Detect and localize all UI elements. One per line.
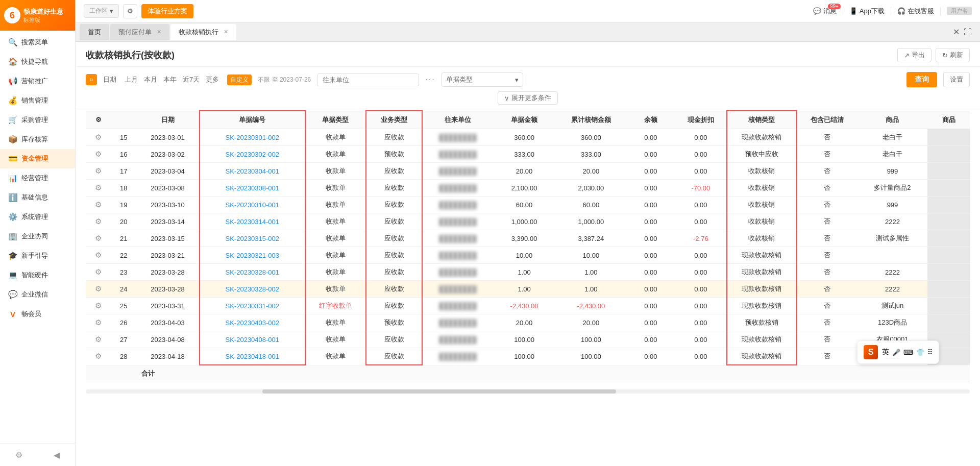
filter-expand-btn[interactable]: » bbox=[86, 74, 97, 85]
sidebar-item-purchase[interactable]: 🛒 采购管理 bbox=[0, 110, 75, 130]
sidebar-item-operations[interactable]: 📊 经营管理 bbox=[0, 168, 75, 188]
sidebar-item-marketing[interactable]: 📢 营销推广 bbox=[0, 71, 75, 91]
filter-row: » 日期 上月 本月 本年 近7天 更多 自定义 不限 至 2023-07-26… bbox=[86, 72, 970, 87]
total-label: 合计 bbox=[136, 365, 305, 382]
sidebar-item-enterprise[interactable]: 🏢 企业协同 bbox=[0, 227, 75, 246]
billno-link[interactable]: SK-20230328-002 bbox=[226, 285, 280, 293]
row-biztype: 预收款 bbox=[366, 314, 422, 331]
billno-link[interactable]: SK-20230315-002 bbox=[226, 235, 280, 242]
topbar-left: 工作区 ▾ ⚙ 体验行业方案 bbox=[84, 4, 807, 18]
tab-prepay[interactable]: 预付应付单 ✕ bbox=[110, 24, 169, 40]
tab-writeoff-close[interactable]: ✕ bbox=[224, 29, 228, 35]
row-biztype: 应收款 bbox=[366, 230, 422, 247]
row-no: 25 bbox=[111, 298, 137, 314]
messages-btn[interactable]: 💬 消息 99+ bbox=[813, 7, 837, 16]
billno-link[interactable]: SK-20230328-001 bbox=[226, 268, 280, 276]
filter-type-select[interactable]: 单据类型 ▾ bbox=[442, 72, 523, 87]
refresh-btn[interactable]: ↻ 刷新 bbox=[936, 48, 970, 62]
filter-unit-input[interactable] bbox=[317, 73, 419, 86]
support-btn[interactable]: 🎧 在线客服 bbox=[897, 7, 934, 16]
float-icon-grid[interactable]: ⠿ bbox=[927, 348, 933, 356]
row-settings[interactable]: ⚙ bbox=[86, 314, 111, 331]
filter-this-year[interactable]: 本年 bbox=[161, 74, 179, 85]
row-writeoff-total: -2,430.00 bbox=[556, 298, 626, 314]
sidebar-item-sales[interactable]: 💰 销售管理 bbox=[0, 91, 75, 110]
query-btn[interactable]: 查询 bbox=[906, 72, 937, 87]
row-settings[interactable]: ⚙ bbox=[86, 281, 111, 298]
sidebar-settings-btn[interactable]: ⚙ bbox=[13, 448, 24, 462]
filter-settings-btn[interactable]: 设置 bbox=[943, 72, 970, 87]
row-settings[interactable]: ⚙ bbox=[86, 180, 111, 197]
float-icon-keyboard[interactable]: ⌨ bbox=[903, 349, 913, 356]
row-billno: SK-20230321-003 bbox=[200, 247, 305, 264]
row-settings[interactable]: ⚙ bbox=[86, 348, 111, 365]
float-icon-shirt[interactable]: 👕 bbox=[916, 349, 924, 356]
sidebar-item-member[interactable]: V 畅会员 bbox=[0, 304, 75, 324]
sidebar-item-basic[interactable]: ℹ️ 基础信息 bbox=[0, 188, 75, 207]
row-settings[interactable]: ⚙ bbox=[86, 197, 111, 213]
workspace-selector[interactable]: 工作区 ▾ bbox=[84, 4, 119, 18]
sidebar-item-quicknav[interactable]: 🏠 快捷导航 bbox=[0, 52, 75, 71]
row-settings[interactable]: ⚙ bbox=[86, 331, 111, 348]
filter-custom-btn[interactable]: 自定义 bbox=[227, 75, 252, 85]
float-icon-mic[interactable]: 🎤 bbox=[892, 349, 900, 356]
col-settings-header[interactable]: ⚙ bbox=[86, 111, 111, 129]
sidebar-item-guide[interactable]: 🎓 新手引导 bbox=[0, 246, 75, 265]
billno-link[interactable]: SK-20230308-001 bbox=[226, 184, 280, 192]
tab-close-btn[interactable]: ✕ bbox=[953, 27, 960, 37]
row-amount: 3,390.00 bbox=[493, 230, 556, 247]
topbar-settings-btn[interactable]: ⚙ bbox=[123, 4, 137, 18]
row-settings[interactable]: ⚙ bbox=[86, 163, 111, 180]
tab-writeoff[interactable]: 收款核销执行 ✕ bbox=[170, 24, 236, 40]
billno-link[interactable]: SK-20230403-002 bbox=[226, 319, 280, 327]
tab-home[interactable]: 首页 bbox=[80, 24, 109, 40]
app-logo-icon: 6 bbox=[4, 7, 20, 23]
sidebar-item-finance[interactable]: 💳 资金管理 bbox=[0, 149, 75, 168]
billno-link[interactable]: SK-20230302-002 bbox=[226, 151, 280, 158]
tab-expand-btn[interactable]: ⛶ bbox=[964, 28, 972, 37]
sidebar-item-wechat[interactable]: 💬 企业微信 bbox=[0, 285, 75, 304]
row-settings[interactable]: ⚙ bbox=[86, 213, 111, 230]
billno-link[interactable]: SK-20230314-001 bbox=[226, 218, 280, 226]
user-menu[interactable]: 用户名 bbox=[947, 7, 972, 15]
billno-link[interactable]: SK-20230418-001 bbox=[226, 353, 280, 360]
app-download-btn[interactable]: 📱 App下载 bbox=[849, 7, 885, 16]
filter-more[interactable]: 更多 bbox=[204, 74, 221, 85]
row-settings[interactable]: ⚙ bbox=[86, 247, 111, 264]
solution-btn[interactable]: 体验行业方案 bbox=[141, 4, 193, 18]
filter-expand-more-btn[interactable]: ∨ 展开更多条件 bbox=[498, 91, 558, 105]
billno-link[interactable]: SK-20230408-001 bbox=[226, 336, 280, 344]
float-icon-text[interactable]: 英 bbox=[882, 348, 889, 357]
sidebar-item-system[interactable]: ⚙️ 系统管理 bbox=[0, 207, 75, 227]
table-scrollbar-thumb[interactable] bbox=[262, 389, 616, 394]
filter-last-month[interactable]: 上月 bbox=[122, 74, 140, 85]
row-writeoff-total: 100.00 bbox=[556, 348, 626, 365]
row-writeoff-total: 333.00 bbox=[556, 146, 626, 163]
row-billno: SK-20230328-001 bbox=[200, 264, 305, 281]
tab-prepay-close[interactable]: ✕ bbox=[157, 29, 161, 35]
billno-link[interactable]: SK-20230321-003 bbox=[226, 252, 280, 259]
marketing-icon: 📢 bbox=[8, 77, 17, 86]
row-settings[interactable]: ⚙ bbox=[86, 264, 111, 281]
billno-link[interactable]: SK-20230310-001 bbox=[226, 201, 280, 209]
row-settings[interactable]: ⚙ bbox=[86, 230, 111, 247]
billno-link[interactable]: SK-20230301-002 bbox=[226, 134, 280, 141]
row-date: 2023-04-08 bbox=[136, 331, 200, 348]
billno-link[interactable]: SK-20230304-001 bbox=[226, 167, 280, 175]
filter-7days[interactable]: 近7天 bbox=[181, 74, 202, 85]
sidebar-item-hardware[interactable]: 💻 智能硬件 bbox=[0, 265, 75, 285]
sidebar-item-inventory[interactable]: 📦 库存核算 bbox=[0, 130, 75, 149]
row-discount: 0.00 bbox=[675, 129, 727, 146]
row-settings[interactable]: ⚙ bbox=[86, 298, 111, 314]
filter-type-label: 单据类型 bbox=[446, 75, 473, 84]
sidebar-collapse-btn[interactable]: ◀ bbox=[52, 448, 62, 462]
billno-link[interactable]: SK-20230331-002 bbox=[226, 302, 280, 310]
export-btn[interactable]: ↗ 导出 bbox=[897, 48, 932, 62]
row-discount: 0.00 bbox=[675, 298, 727, 314]
table-scrollbar[interactable] bbox=[86, 389, 970, 394]
row-settings[interactable]: ⚙ bbox=[86, 146, 111, 163]
row-amount: 100.00 bbox=[493, 331, 556, 348]
sidebar-item-search[interactable]: 🔍 搜索菜单 bbox=[0, 33, 75, 52]
row-settings[interactable]: ⚙ bbox=[86, 129, 111, 146]
filter-this-month[interactable]: 本月 bbox=[142, 74, 159, 85]
